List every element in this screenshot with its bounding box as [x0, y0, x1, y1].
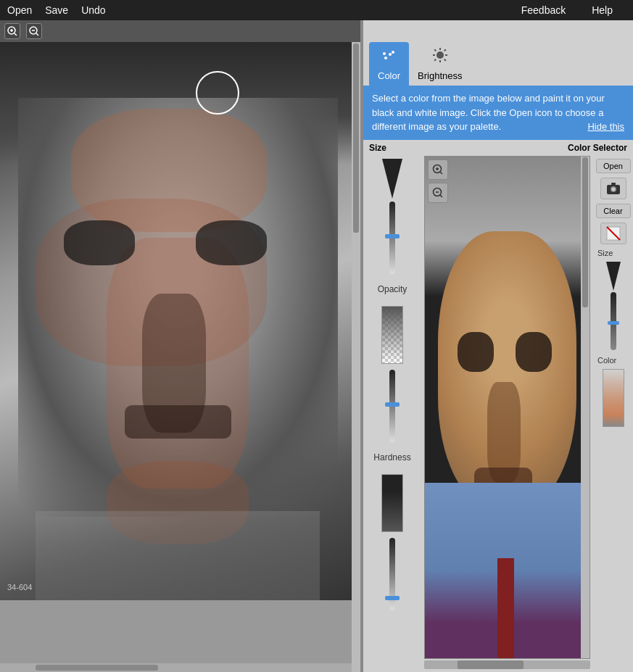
zoom-in-button[interactable]	[4, 23, 20, 39]
opacity-slider-track[interactable]	[389, 370, 395, 442]
menu-feedback[interactable]: Feedback	[521, 4, 566, 16]
svg-point-7	[437, 51, 444, 59]
palette-area[interactable]	[424, 156, 590, 660]
tab-brightness-label: Brightness	[418, 70, 462, 81]
size-slider-container	[366, 159, 418, 277]
canvas-left: 34-604	[0, 42, 352, 672]
tab-color[interactable]: Color	[369, 42, 409, 86]
color-selector-main	[421, 156, 593, 670]
size-slider-handle[interactable]	[385, 234, 400, 238]
main-area: 34-604	[0, 20, 633, 672]
hide-this-button[interactable]: Hide this	[587, 120, 624, 134]
svg-rect-26	[611, 183, 616, 185]
color-selector-area: Opacity Hardness	[363, 153, 633, 673]
svg-line-15	[434, 59, 436, 61]
right-size-handle[interactable]	[608, 321, 619, 325]
right-size-label: Size	[597, 249, 613, 257]
menu-help[interactable]: Help	[592, 4, 613, 16]
hardness-slider-track[interactable]	[389, 538, 395, 610]
vscroll-thumb[interactable]	[353, 43, 359, 233]
canvas-toolbar	[0, 20, 360, 42]
info-box: Select a color from the image below and …	[363, 86, 633, 140]
right-size-slider[interactable]	[611, 292, 616, 350]
svg-point-25	[611, 187, 615, 191]
palette-vscroll[interactable]	[581, 157, 589, 659]
canvas-area: 34-604	[0, 20, 360, 672]
palette-clear-button[interactable]: Clear	[596, 204, 631, 218]
color-selector-label: Color Selector	[568, 143, 627, 153]
palette-hscroll[interactable]	[424, 660, 590, 669]
canvas-outer: 34-604	[0, 42, 360, 672]
opacity-label: Opacity	[378, 284, 407, 294]
color-tab-icon	[381, 46, 398, 67]
canvas-content[interactable]: 34-604	[0, 42, 352, 663]
hscroll-thumb[interactable]	[36, 665, 159, 671]
svg-line-14	[444, 49, 445, 51]
right-header: Color Brightness	[363, 20, 633, 86]
menu-open[interactable]: Open	[7, 4, 32, 16]
palette-hscroll-thumb[interactable]	[458, 660, 524, 669]
menu-bar: Open Save Undo Feedback Help	[0, 0, 633, 20]
info-text: Select a color from the image below and …	[372, 93, 605, 132]
tab-color-label: Color	[378, 70, 400, 81]
opacity-slider-handle[interactable]	[385, 402, 400, 407]
right-controls: Open Clear	[593, 156, 633, 670]
zoom-out-button[interactable]	[26, 23, 42, 39]
right-panel: Color Brightness	[363, 20, 633, 672]
right-color-label: Color	[597, 356, 616, 365]
palette-zoom-in-button[interactable]	[428, 159, 448, 180]
canvas-vscroll[interactable]	[352, 42, 360, 672]
opacity-slider-container	[366, 303, 418, 445]
main-image: 34-604	[0, 42, 352, 600]
palette-zoom-out-button[interactable]	[428, 183, 448, 203]
size-section-label: Size	[369, 143, 386, 153]
left-controls: Opacity Hardness	[363, 156, 421, 670]
svg-line-12	[434, 49, 436, 51]
sections-row: Size Color Selector	[363, 143, 633, 153]
size-slider-track[interactable]	[389, 202, 395, 274]
watermark: 34-604	[7, 583, 32, 592]
tab-brightness[interactable]: Brightness	[409, 42, 471, 86]
color-swatch	[603, 369, 624, 427]
svg-line-3	[15, 33, 17, 36]
opacity-indicator	[381, 306, 403, 364]
camera-icon-button[interactable]	[600, 178, 626, 199]
svg-line-22	[440, 195, 442, 197]
size-triangle	[382, 159, 402, 199]
right-size-triangle	[606, 262, 621, 291]
hardness-slider-handle[interactable]	[385, 596, 400, 600]
hardness-slider-container	[366, 471, 418, 613]
palette-open-button[interactable]: Open	[596, 159, 631, 173]
no-color-icon[interactable]	[600, 223, 626, 244]
svg-line-19	[440, 172, 442, 174]
menu-save[interactable]: Save	[45, 4, 68, 16]
canvas-hscroll[interactable]	[0, 663, 352, 672]
right-size-control	[606, 262, 621, 352]
palette-vscroll-thumb[interactable]	[582, 157, 588, 308]
hardness-label: Hardness	[373, 452, 410, 462]
svg-line-13	[444, 59, 445, 61]
hardness-indicator	[381, 474, 403, 532]
menu-undo[interactable]: Undo	[81, 4, 105, 16]
palette-image	[425, 157, 589, 659]
svg-line-6	[36, 33, 38, 36]
brightness-tab-icon	[431, 46, 449, 67]
